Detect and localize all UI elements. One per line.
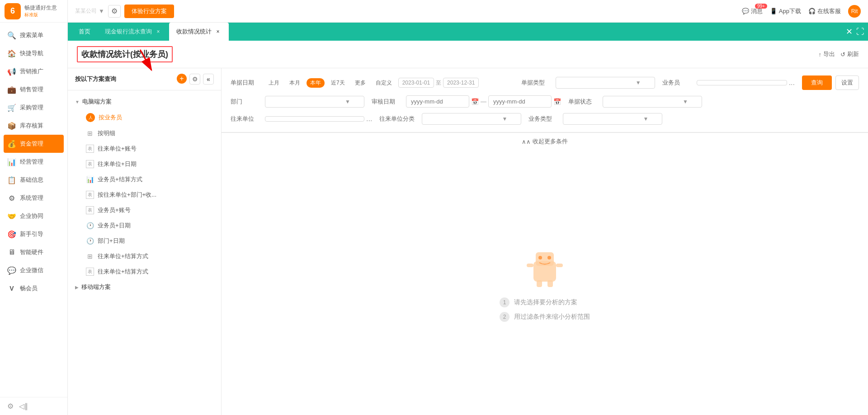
salesperson-label: 业务员 (662, 79, 689, 87)
member-icon: V (7, 284, 16, 293)
sidebar-item-operation[interactable]: 📊 经营管理 (0, 153, 67, 171)
collapse-bar[interactable]: ∧∧ 收起更多条件 (222, 132, 868, 150)
tree-item-partner-account[interactable]: 表 往来单位+账号 (68, 141, 221, 156)
date-more[interactable]: 更多 (351, 78, 369, 88)
gear-icon: ⚙ (111, 7, 118, 15)
sidebar-item-system[interactable]: ⚙ 系统管理 (0, 189, 67, 207)
user-avatar[interactable]: Rit (848, 5, 861, 18)
app-name: 畅捷通好生意 标准版 (24, 5, 57, 18)
tree-section-desktop: ▼ 电脑端方案 人 按业务员 ⊞ 按明细 (68, 94, 221, 279)
sidebar-item-member[interactable]: V 畅会员 (0, 279, 67, 297)
dropdown-icon[interactable]: ▼ (99, 8, 104, 14)
tab-bank-flow[interactable]: 现金银行流水查询 × (98, 23, 169, 41)
sidebar-logo: 6 畅捷通好生意 标准版 (0, 0, 67, 23)
panel-settings-button[interactable]: ⚙ (189, 74, 200, 85)
detail-icon: ⊞ (86, 129, 94, 137)
robot-illustration (522, 243, 567, 288)
date-custom[interactable]: 自定义 (372, 78, 396, 88)
dept-select[interactable]: ▼ (265, 96, 364, 108)
sidebar-item-marketing[interactable]: 📢 营销推广 (0, 62, 67, 80)
collection-tab-close[interactable]: × (214, 28, 222, 35)
query-button[interactable]: 查询 (802, 75, 832, 90)
audit-date-from[interactable] (406, 95, 469, 108)
app-download-button[interactable]: 📱 App下载 (770, 7, 801, 15)
instruction-text-2: 用过滤条件来缩小分析范围 (514, 313, 590, 321)
sidebar-item-enterprise[interactable]: 🤝 企业协同 (0, 207, 67, 225)
tab-close-all-button[interactable]: ✕ (846, 27, 853, 37)
left-panel-title: 按以下方案查询 (75, 75, 116, 83)
audit-date-to[interactable] (488, 95, 552, 108)
tree-item-partner-settlement2[interactable]: 表 往来单位+结算方式 (68, 264, 221, 279)
partner-select[interactable] (265, 116, 364, 122)
salesperson-select[interactable] (697, 80, 787, 85)
tree-item-by-detail[interactable]: ⊞ 按明细 (68, 126, 221, 141)
sidebar-item-basic-info[interactable]: 📋 基础信息 (0, 171, 67, 189)
date-from[interactable]: 2023-01-01 (398, 78, 434, 88)
sidebar-item-label: 资金管理 (20, 140, 43, 148)
voucher-type-select[interactable]: ▼ (556, 77, 655, 89)
partner-settlement2-icon: 表 (86, 268, 94, 276)
sidebar-item-wechat[interactable]: 💬 企业微信 (0, 261, 67, 279)
inventory-icon: 📦 (7, 121, 16, 130)
sidebar-item-purchase[interactable]: 🛒 采购管理 (0, 99, 67, 117)
sidebar-collapse-icon[interactable]: ◁∥ (19, 402, 28, 410)
partner-class-select[interactable]: ▼ (422, 113, 521, 125)
online-service-button[interactable]: 🎧 在线客服 (808, 7, 841, 15)
tab-home[interactable]: 首页 (71, 23, 98, 41)
date-this-month[interactable]: 本月 (286, 78, 304, 88)
tree-item-salesperson-account[interactable]: 表 业务员+账号 (68, 203, 221, 218)
sidebar-settings-icon[interactable]: ⚙ (7, 402, 14, 410)
quick-nav-icon: 🏠 (7, 49, 16, 58)
panel-collapse-button[interactable]: « (203, 74, 214, 85)
tree-item-salesperson-date[interactable]: 🕐 业务员+日期 (68, 218, 221, 233)
tab-bar: 首页 现金银行流水查询 × 收款情况统计 × ✕ ⛶ (68, 23, 868, 41)
date-last-month[interactable]: 上月 (265, 78, 283, 88)
partner-more-button[interactable]: ... (366, 115, 372, 123)
tree-item-partner-date[interactable]: 表 往来单位+日期 (68, 156, 221, 172)
sidebar-item-smart-hw[interactable]: 🖥 智能硬件 (0, 243, 67, 261)
tree-item-dept-date[interactable]: 🕐 部门+日期 (68, 233, 221, 249)
sidebar-item-label: 系统管理 (20, 194, 43, 202)
sidebar-item-inventory[interactable]: 📦 库存核算 (0, 117, 67, 135)
refresh-button[interactable]: ↺ 刷新 (840, 50, 859, 58)
desktop-section-arrow: ▼ (75, 99, 80, 104)
business-type-select[interactable]: ▼ (563, 113, 662, 125)
tree-section-mobile: ▶ 移动端方案 (68, 279, 221, 295)
sidebar-item-finance[interactable]: 💰 资金管理 (4, 135, 64, 153)
bank-flow-tab-label: 现金银行流水查询 (105, 28, 152, 36)
desktop-section-label: 电脑端方案 (82, 98, 112, 106)
date-this-year[interactable]: 本年 (307, 78, 325, 88)
settings-button[interactable]: ⚙ (108, 5, 121, 18)
tab-maximize-button[interactable]: ⛶ (856, 27, 864, 37)
sidebar-item-guide[interactable]: 🎯 新手引导 (0, 225, 67, 243)
sidebar-item-label: 销售管理 (20, 85, 43, 94)
instruction-text-1: 请先选择要分析的方案 (514, 298, 577, 307)
audit-cal-to-icon[interactable]: 📅 (553, 98, 561, 105)
enterprise-icon: 🤝 (7, 212, 16, 221)
smart-hw-icon: 🖥 (7, 248, 16, 257)
tree-section-desktop-header[interactable]: ▼ 电脑端方案 (68, 94, 221, 109)
left-panel-header: 按以下方案查询 + ⚙ « (68, 68, 221, 90)
voucher-status-select[interactable]: ▼ (603, 96, 702, 108)
tree-item-partner-dept[interactable]: 表 按往来单位+部门+收... (68, 187, 221, 203)
bank-flow-tab-close[interactable]: × (155, 28, 162, 35)
tree-item-partner-settlement1[interactable]: ⊞ 往来单位+结算方式 (68, 249, 221, 264)
date-to[interactable]: 2023-12-31 (443, 78, 479, 88)
date-last-7-days[interactable]: 近7天 (327, 78, 349, 88)
tree-item-salesperson-settlement[interactable]: 📊 业务员+结算方式 (68, 172, 221, 187)
tree-item-by-salesperson[interactable]: 人 按业务员 (68, 109, 221, 126)
message-button[interactable]: 💬 消息 99+ (742, 7, 763, 15)
tab-collection[interactable]: 收款情况统计 × (169, 23, 229, 41)
salesperson-more-button[interactable]: ... (789, 79, 795, 87)
scheme-button[interactable]: 体验行业方案 (124, 5, 174, 18)
tree-section-mobile-header[interactable]: ▶ 移动端方案 (68, 279, 221, 295)
audit-cal-from-icon[interactable]: 📅 (471, 98, 479, 105)
filter-settings-button[interactable]: 设置 (835, 75, 859, 90)
sidebar-item-quick-nav[interactable]: 🏠 快捷导航 (0, 44, 67, 62)
audit-date-group: 📅 — 📅 (406, 95, 561, 108)
export-button[interactable]: ↑ 导出 (819, 50, 835, 58)
panel-add-button[interactable]: + (177, 74, 187, 84)
sidebar-item-search-menu[interactable]: 🔍 搜索菜单 (0, 26, 67, 44)
sidebar-item-sales[interactable]: 💼 销售管理 (0, 80, 67, 99)
operation-icon: 📊 (7, 157, 16, 166)
